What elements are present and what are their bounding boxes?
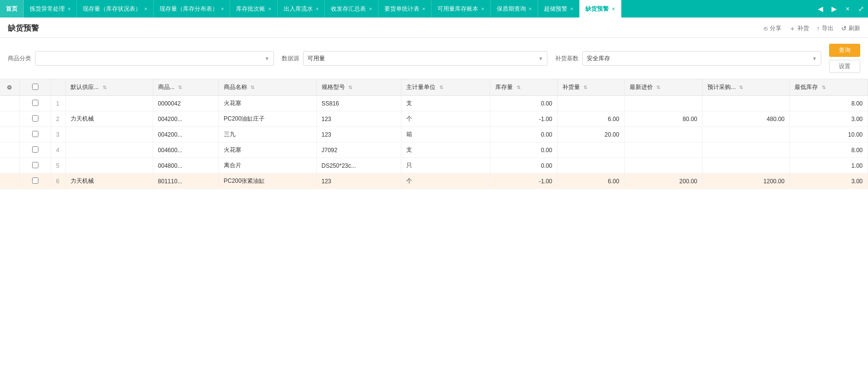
page-title: 缺货预警 bbox=[8, 23, 764, 34]
row-min-stock-cell: 8.00 bbox=[790, 142, 868, 158]
column-gear[interactable]: ⚙ bbox=[0, 79, 19, 96]
nav-tab[interactable]: 现存量（库存分布表）× bbox=[154, 0, 230, 18]
column-stock-qty[interactable]: 库存量 ⇅ bbox=[490, 79, 558, 96]
nav-close-btn[interactable]: × bbox=[841, 0, 854, 18]
header-actions: ⎋ 分享 ＋ 补货 ↑ 导出 ↺ 刷新 bbox=[764, 24, 861, 33]
row-index-cell: 6 bbox=[51, 174, 66, 189]
row-unit-cell: 只 bbox=[401, 158, 490, 174]
row-latest-price-cell bbox=[624, 142, 702, 158]
row-restock-qty-cell: 6.00 bbox=[558, 174, 625, 189]
row-unit-cell: 个 bbox=[401, 111, 490, 127]
tab-close-icon[interactable]: × bbox=[612, 6, 615, 12]
tab-label: 保质期查询 bbox=[497, 5, 526, 13]
tab-close-icon[interactable]: × bbox=[369, 6, 372, 12]
tab-label: 出入库流水 bbox=[284, 5, 313, 13]
row-checkbox[interactable] bbox=[32, 146, 38, 153]
category-label: 商品分类 bbox=[8, 54, 31, 63]
column-latest-price[interactable]: 最新进价 ⇅ bbox=[624, 79, 702, 96]
table-row: 3 004200... 三九 123 箱 0.00 20.00 10.00 bbox=[0, 127, 868, 142]
nav-expand-btn[interactable]: ⤢ bbox=[854, 0, 868, 18]
row-min-stock-cell: 8.00 bbox=[790, 96, 868, 111]
row-checkbox[interactable] bbox=[32, 115, 38, 122]
datasource-filter-group: 数据源 可用量 ▼ bbox=[282, 51, 548, 66]
nav-tab[interactable]: 库存批次账× bbox=[230, 0, 277, 18]
row-checkbox[interactable] bbox=[32, 100, 38, 106]
tab-close-icon[interactable]: × bbox=[68, 6, 71, 12]
row-checkbox-cell[interactable] bbox=[19, 142, 51, 158]
row-checkbox-cell[interactable] bbox=[19, 127, 51, 142]
nav-tab[interactable]: 超储预警× bbox=[538, 0, 579, 18]
category-select[interactable]: ▼ bbox=[35, 51, 274, 66]
tab-close-icon[interactable]: × bbox=[422, 6, 425, 12]
row-est-purchase-cell: 480.00 bbox=[703, 111, 790, 127]
row-stock-qty-cell: -1.00 bbox=[490, 174, 558, 189]
row-checkbox-cell[interactable] bbox=[19, 158, 51, 174]
tab-close-icon[interactable]: × bbox=[481, 6, 484, 12]
tab-label: 要货单统计表 bbox=[384, 5, 419, 13]
tab-close-icon[interactable]: × bbox=[221, 6, 224, 12]
row-checkbox-cell[interactable] bbox=[19, 111, 51, 127]
row-est-purchase-cell bbox=[703, 158, 790, 174]
row-checkbox[interactable] bbox=[32, 162, 38, 168]
tab-close-icon[interactable]: × bbox=[529, 6, 532, 12]
row-index: 4 bbox=[56, 147, 59, 154]
tab-close-icon[interactable]: × bbox=[268, 6, 271, 12]
column-product-code[interactable]: 商品... ⇅ bbox=[153, 79, 218, 96]
sort-icon-name: ⇅ bbox=[251, 85, 254, 90]
nav-home[interactable]: 首页 bbox=[0, 0, 24, 18]
nav-tab[interactable]: 出入库流水× bbox=[278, 0, 325, 18]
restock-button[interactable]: ＋ 补货 bbox=[789, 24, 809, 33]
column-checkbox[interactable] bbox=[19, 79, 51, 96]
row-name-cell: PC200张紧油缸 bbox=[218, 174, 316, 189]
nav-next-btn[interactable]: ▶ bbox=[827, 0, 841, 18]
column-product-name[interactable]: 商品名称 ⇅ bbox=[218, 79, 316, 96]
nav-tab[interactable]: 可用量库存账本× bbox=[432, 0, 490, 18]
column-spec[interactable]: 规格型号 ⇅ bbox=[316, 79, 401, 96]
row-checkbox-cell[interactable] bbox=[19, 174, 51, 189]
refresh-button[interactable]: ↺ 刷新 bbox=[841, 24, 860, 33]
nav-prev-btn[interactable]: ◀ bbox=[814, 0, 827, 18]
tab-close-icon[interactable]: × bbox=[570, 6, 573, 12]
column-restock-qty[interactable]: 补货量 ⇅ bbox=[558, 79, 625, 96]
row-checkbox[interactable] bbox=[32, 131, 38, 137]
share-button[interactable]: ⎋ 分享 bbox=[764, 24, 781, 33]
table-row: 6 力天机械 801110... PC200张紧油缸 123 个 -1.00 6… bbox=[0, 174, 868, 189]
sort-icon-unit: ⇅ bbox=[439, 85, 443, 90]
nav-tab[interactable]: 拣货异常处理× bbox=[24, 0, 77, 18]
row-checkbox[interactable] bbox=[32, 177, 38, 184]
tab-close-icon[interactable]: × bbox=[144, 6, 147, 12]
category-arrow-icon: ▼ bbox=[265, 56, 270, 61]
table-row: 1 0000042 火花塞 SS816 支 0.00 8.00 bbox=[0, 96, 868, 111]
column-default-supplier[interactable]: 默认供应... ⇅ bbox=[66, 79, 153, 96]
select-all-checkbox[interactable] bbox=[32, 84, 38, 90]
column-unit[interactable]: 主计量单位 ⇅ bbox=[401, 79, 490, 96]
nav-tab[interactable]: 要货单统计表× bbox=[379, 0, 432, 18]
row-spec-cell: 123 bbox=[316, 127, 401, 142]
tab-label: 收发存汇总表 bbox=[331, 5, 366, 13]
row-supplier-cell: 力天机械 bbox=[66, 111, 153, 127]
row-gear-cell bbox=[0, 142, 19, 158]
row-min-stock-cell: 3.00 bbox=[790, 111, 868, 127]
datasource-select[interactable]: 可用量 ▼ bbox=[303, 51, 548, 66]
filter-bar: 商品分类 ▼ 数据源 可用量 ▼ 补货基数 安全库存 ▼ 查询 设置 bbox=[0, 38, 868, 79]
sort-icon-restock: ⇅ bbox=[583, 85, 587, 90]
tab-close-icon[interactable]: × bbox=[316, 6, 319, 12]
row-checkbox-cell[interactable] bbox=[19, 96, 51, 111]
column-est-purchase[interactable]: 预计采购... ⇅ bbox=[703, 79, 790, 96]
export-button[interactable]: ↑ 导出 bbox=[817, 24, 834, 33]
restock-basis-select[interactable]: 安全库存 ▼ bbox=[582, 51, 821, 66]
column-min-stock[interactable]: 最低库存 ⇅ bbox=[790, 79, 868, 96]
category-filter-group: 商品分类 ▼ bbox=[8, 51, 274, 66]
nav-tab[interactable]: 收发存汇总表× bbox=[325, 0, 378, 18]
row-gear-cell bbox=[0, 111, 19, 127]
row-index: 3 bbox=[56, 131, 59, 138]
row-stock-qty-cell: 0.00 bbox=[490, 142, 558, 158]
nav-tab[interactable]: 缺货预警× bbox=[579, 0, 621, 18]
nav-tab[interactable]: 保质期查询× bbox=[491, 0, 538, 18]
row-name-cell: PC200油缸庄子 bbox=[218, 111, 316, 127]
nav-tab[interactable]: 现存量（库存状况表）× bbox=[77, 0, 153, 18]
query-button[interactable]: 查询 bbox=[829, 44, 860, 57]
row-index: 2 bbox=[56, 116, 59, 123]
settings-button[interactable]: 设置 bbox=[829, 60, 860, 73]
row-index: 6 bbox=[56, 178, 59, 185]
